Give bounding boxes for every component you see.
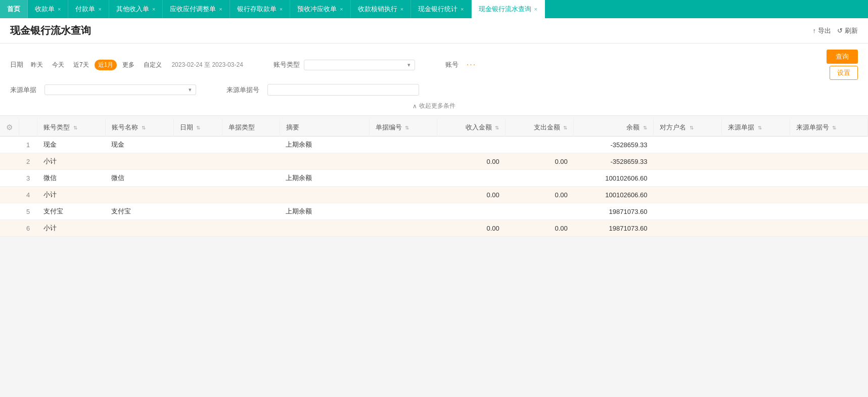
source-doc-no-label: 来源单据号 (226, 85, 259, 95)
table-row[interactable]: 6小计0.000.0019871073.60 (0, 220, 868, 237)
row-date-cell (173, 137, 222, 153)
account-label: 账号 (445, 60, 459, 69)
nav-item-cash-stat[interactable]: 现金银行统计 × (411, 0, 471, 18)
date-sort-icon: ⇅ (196, 125, 200, 130)
row-expense-cell (506, 203, 574, 220)
nav-item-ar-ap-adjust[interactable]: 应收应付调整单 × (163, 0, 230, 18)
row-account_type-cell: 支付宝 (37, 203, 106, 220)
row-balance-cell: -3528659.33 (574, 153, 654, 170)
account-filter-group: 账号 ··· (445, 60, 816, 69)
row-balance-cell: -3528659.33 (574, 137, 654, 153)
collapse-bar[interactable]: ∧ 收起更多条件 (10, 100, 858, 111)
nav-home-label: 首页 (7, 5, 20, 14)
source-doc-no-sort-icon: ⇅ (832, 125, 836, 130)
row-source_doc_no-cell (790, 220, 867, 237)
th-account-type[interactable]: 账号类型 ⇅ (37, 119, 106, 137)
th-counterpart[interactable]: 对方户名 ⇅ (654, 119, 722, 137)
row-balance-cell: 100102606.60 (574, 187, 654, 203)
row-balance-cell: 100102606.60 (574, 170, 654, 187)
nav-close-prepay[interactable]: × (340, 6, 343, 12)
row-doc_no-cell (369, 220, 437, 237)
source-doc-select[interactable]: ▾ (44, 84, 196, 95)
row-summary-cell: 上期余额 (280, 137, 369, 153)
row-num-cell: 5 (19, 203, 37, 220)
nav-close-writeoff[interactable]: × (400, 6, 403, 12)
expense-sort-icon: ⇅ (563, 125, 567, 130)
table-row[interactable]: 1现金现金上期余额-3528659.33 (0, 137, 868, 153)
account-type-chevron-icon: ▾ (407, 62, 410, 68)
table-row[interactable]: 2小计0.000.00-3528659.33 (0, 153, 868, 170)
row-gear-cell (0, 203, 19, 220)
filter-area: 日期 昨天 今天 近7天 近1月 更多 自定义 2023-02-24 至 202… (0, 43, 868, 116)
row-counterpart-cell (654, 220, 722, 237)
th-source-doc-no[interactable]: 来源单据号 ⇅ (790, 119, 867, 137)
table-row[interactable]: 5支付宝支付宝上期余额19871073.60 (0, 203, 868, 220)
th-account-name[interactable]: 账号名称 ⇅ (105, 119, 173, 137)
row-source_doc_no-cell (790, 137, 867, 153)
date-filter-label: 日期 (10, 60, 23, 69)
row-doc_no-cell (369, 153, 437, 170)
nav-item-receipt[interactable]: 收款单 × (28, 0, 68, 18)
export-label: 导出 (818, 26, 831, 35)
action-buttons: 查询 设置 (827, 50, 858, 80)
row-expense-cell: 0.00 (506, 153, 574, 170)
nav-item-prepay[interactable]: 预收冲应收单 × (290, 0, 350, 18)
filter-row-2: 来源单据 ▾ 来源单据号 (10, 84, 858, 96)
date-btn-custom[interactable]: 自定义 (140, 60, 165, 70)
row-doc_type-cell (222, 153, 280, 170)
nav-close-cash-flow[interactable]: × (534, 6, 537, 12)
nav-close-payment[interactable]: × (98, 6, 101, 12)
th-balance[interactable]: 余额 ⇅ (574, 119, 654, 137)
table-row[interactable]: 3微信微信上期余额100102606.60 (0, 170, 868, 187)
query-button[interactable]: 查询 (827, 50, 858, 64)
date-range-text: 2023-02-24 至 2023-03-24 (171, 61, 243, 69)
date-btn-1month[interactable]: 近1月 (95, 60, 117, 70)
row-account_type-cell: 小计 (37, 153, 106, 170)
settings-button[interactable]: 设置 (830, 66, 858, 80)
table-row[interactable]: 4小计0.000.00100102606.60 (0, 187, 868, 203)
row-source_doc-cell (721, 153, 790, 170)
row-date-cell (173, 187, 222, 203)
row-income-cell: 0.00 (437, 153, 506, 170)
th-expense[interactable]: 支出金额 ⇅ (506, 119, 574, 137)
date-options: 昨天 今天 近7天 近1月 更多 自定义 (27, 60, 165, 70)
row-source_doc-cell (721, 137, 790, 153)
nav-item-writeoff[interactable]: 收款核销执行 × (351, 0, 411, 18)
nav-close-receipt[interactable]: × (58, 6, 61, 12)
date-btn-yesterday[interactable]: 昨天 (27, 60, 47, 70)
nav-item-home[interactable]: 首页 (0, 0, 28, 18)
nav-close-bank-deposit[interactable]: × (280, 6, 283, 12)
refresh-button[interactable]: ↺ 刷新 (837, 26, 858, 35)
page-title: 现金银行流水查询 (10, 24, 91, 37)
nav-item-payment[interactable]: 付款单 × (68, 0, 109, 18)
account-type-select[interactable]: ▾ (304, 60, 415, 70)
nav-cash-stat-label: 现金银行统计 (418, 5, 458, 14)
th-doc-no[interactable]: 单据编号 ⇅ (369, 119, 437, 137)
row-summary-cell (280, 153, 369, 170)
row-source_doc_no-cell (790, 153, 867, 170)
nav-writeoff-label: 收款核销执行 (358, 5, 397, 14)
source-doc-sort-icon: ⇅ (758, 125, 762, 130)
date-btn-today[interactable]: 今天 (49, 60, 68, 70)
th-date[interactable]: 日期 ⇅ (173, 119, 222, 137)
th-income[interactable]: 收入金额 ⇅ (437, 119, 506, 137)
row-expense-cell (506, 137, 574, 153)
nav-close-ar-ap-adjust[interactable]: × (219, 6, 222, 12)
nav-close-other-income[interactable]: × (152, 6, 155, 12)
row-account_name-cell: 支付宝 (105, 203, 173, 220)
account-ellipsis-btn[interactable]: ··· (467, 60, 476, 69)
row-num-cell: 4 (19, 187, 37, 203)
nav-item-bank-deposit[interactable]: 银行存取款单 × (230, 0, 290, 18)
nav-item-cash-flow[interactable]: 现金银行流水查询 × (472, 0, 545, 18)
export-button[interactable]: ↑ 导出 (813, 26, 832, 35)
table-gear-icon[interactable]: ⚙ (6, 123, 13, 131)
nav-close-cash-stat[interactable]: × (461, 6, 464, 12)
row-income-cell: 0.00 (437, 220, 506, 237)
date-btn-7days[interactable]: 近7天 (70, 60, 93, 70)
row-counterpart-cell (654, 137, 722, 153)
row-source_doc_no-cell (790, 187, 867, 203)
source-doc-no-input[interactable] (267, 84, 419, 96)
date-btn-more[interactable]: 更多 (119, 60, 138, 70)
nav-item-other-income[interactable]: 其他收入单 × (109, 0, 163, 18)
th-source-doc[interactable]: 来源单据 ⇅ (721, 119, 790, 137)
